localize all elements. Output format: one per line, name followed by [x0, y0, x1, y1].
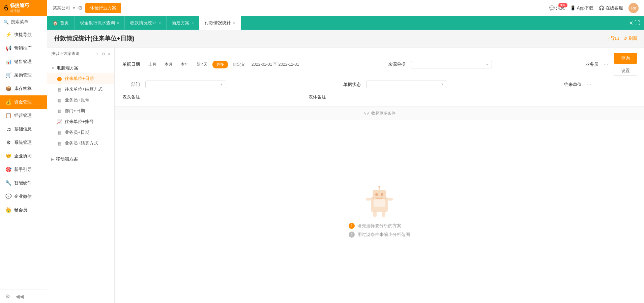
tab-close-all-icon[interactable]: ✕ [629, 20, 633, 26]
svg-point-3 [381, 193, 383, 196]
date-filter-buttons: 上月 本月 本年 近7天 更多 自定义 2022-01-01 至 2022-12… [145, 60, 299, 69]
scheme-bar-icon: ▦ [57, 97, 62, 103]
scheme-item-partner-settle[interactable]: ▦ 往来单位+结算方式 [47, 84, 114, 95]
sidebar-item-sales[interactable]: 📊 销售管理 [0, 55, 47, 68]
status-select[interactable]: ▾ [366, 81, 447, 88]
scheme-item-staff-settle[interactable]: ▦ 业务员+结算方式 [47, 138, 114, 149]
date-filter-label: 单据日期 [121, 61, 140, 67]
sidebar-item-capital[interactable]: 💰 资金管理 [0, 95, 47, 109]
scheme-label: 往来单位+日期 [65, 75, 94, 82]
left-panel: 按以下方案查询 ＋ ⊙ « ▼ 电脑端方案 ⬤ 往来单位+日期 ▦ [47, 48, 115, 303]
body-note-input[interactable] [331, 93, 419, 101]
tab-receipt-stats[interactable]: 收款情况统计 × [125, 16, 166, 30]
footer-collapse-icon[interactable]: ◀◀ [16, 293, 24, 300]
step1-num: 1 [349, 223, 355, 229]
sidebar-item-inventory[interactable]: 📦 库存核算 [0, 82, 47, 95]
topbar-gear-icon[interactable]: ⚙ [78, 5, 83, 11]
add-scheme-icon[interactable]: ＋ [95, 51, 99, 57]
tabbar-actions: ✕ ⛶ [625, 16, 644, 30]
sidebar: 6 畅捷通巧 标准版 🔍 搜索菜单 ⚡ 快捷导航 📢 营销推广 📊 销售管理 🛒… [0, 0, 47, 303]
desktop-group-title[interactable]: ▼ 电脑端方案 [47, 63, 114, 73]
empty-step2: 2 用过滤条件来缩小分析范围 [349, 232, 410, 238]
partner-filter-dots[interactable]: ··· [587, 82, 591, 88]
topbar-left: 某某公司 ▾ ⚙ 体验行业方案 [53, 3, 546, 13]
tab-close-icon[interactable]: × [158, 21, 160, 25]
sidebar-item-label: 快捷导航 [14, 32, 32, 38]
staff-filter-dots[interactable]: ··· [604, 61, 608, 67]
sidebar-item-hardware[interactable]: 🔧 智能硬件 [0, 176, 47, 190]
app-download-btn[interactable]: 📱 App下载 [570, 5, 593, 11]
scheme-item-dept-date[interactable]: ▦ 部门+日期 [47, 105, 114, 116]
query-btn[interactable]: 查询 [614, 53, 637, 64]
capital-icon: 💰 [5, 99, 11, 105]
mobile-scheme-group: ▶ 移动端方案 [47, 151, 114, 167]
scheme-item-staff-date[interactable]: ▦ 业务员+日期 [47, 127, 114, 138]
this-year-btn[interactable]: 本年 [178, 60, 192, 69]
sidebar-footer: ⚙ ◀◀ [0, 290, 47, 303]
tab-cash-flow[interactable]: 现金银行流水查询 × [75, 16, 125, 30]
more-btn[interactable]: 更多 [212, 61, 228, 68]
group-label: 电脑端方案 [57, 65, 79, 71]
sidebar-item-wechat[interactable]: 💬 企业微信 [0, 190, 47, 203]
sidebar-item-basics[interactable]: 🗂 基础信息 [0, 122, 47, 136]
dept-dropdown-icon: ▾ [221, 82, 223, 87]
sidebar-item-operations[interactable]: 📋 经营管理 [0, 109, 47, 122]
tab-fullscreen-icon[interactable]: ⛶ [635, 20, 640, 26]
svg-rect-9 [387, 198, 393, 201]
group-arrow-icon: ▶ [51, 157, 54, 161]
export-btn[interactable]: ↑ 导出 [607, 35, 620, 41]
sidebar-item-marketing[interactable]: 📢 营销推广 [0, 41, 47, 55]
step1-text: 请先选择要分析的方案 [357, 223, 401, 229]
vip-icon: 👑 [5, 207, 11, 213]
step2-text: 用过滤条件来缩小分析范围 [357, 232, 410, 238]
tab-close-icon[interactable]: × [192, 21, 194, 25]
scheme-bar-icon: ▦ [57, 108, 62, 114]
tab-close-icon[interactable]: × [117, 21, 119, 25]
custom-btn[interactable]: 自定义 [230, 60, 248, 69]
scheme-item-partner-account[interactable]: 📈 往来单位+账号 [47, 116, 114, 127]
sidebar-item-system[interactable]: ⚙ 系统管理 [0, 136, 47, 149]
tab-close-icon[interactable]: × [233, 21, 235, 25]
header-note-input[interactable] [145, 93, 233, 101]
company-dropdown-icon[interactable]: ▾ [73, 5, 75, 10]
tab-new-scheme[interactable]: 新建方案 × [167, 16, 199, 30]
main-area: 某某公司 ▾ ⚙ 体验行业方案 💬 消息 99+ 📱 App下载 🎧 在线客服 … [47, 0, 644, 303]
last-7days-btn[interactable]: 近7天 [194, 60, 210, 69]
tab-home[interactable]: 🏠 首页 [47, 16, 75, 30]
mobile-group-title[interactable]: ▶ 移动端方案 [47, 154, 114, 164]
refresh-btn[interactable]: ↺ 刷新 [623, 35, 637, 41]
settings-btn[interactable]: 设置 [614, 66, 637, 76]
shortcut-icon: ⚡ [5, 32, 11, 38]
collapse-panel-icon[interactable]: « [108, 52, 110, 56]
sidebar-item-vip[interactable]: 👑 畅会员 [0, 203, 47, 217]
message-btn[interactable]: 💬 消息 99+ [549, 5, 565, 11]
trial-btn[interactable]: 体验行业方案 [85, 3, 121, 13]
scheme-item-partner-date[interactable]: ⬤ 往来单位+日期 [47, 73, 114, 84]
settings-scheme-icon[interactable]: ⊙ [102, 52, 105, 56]
system-icon: ⚙ [5, 140, 11, 146]
sidebar-item-enterprise[interactable]: 🤝 企业协同 [0, 149, 47, 163]
search-icon: 🔍 [3, 20, 9, 25]
service-btn[interactable]: 🎧 在线客服 [599, 5, 623, 11]
left-panel-header-icons: ＋ ⊙ « [95, 51, 110, 57]
tab-label: 新建方案 [172, 20, 189, 26]
collapse-more-btn[interactable]: ∧∧ 收起更多条件 [115, 107, 644, 120]
footer-settings-icon[interactable]: ⚙ [5, 293, 10, 300]
message-badge: 99+ [558, 3, 567, 7]
sidebar-item-guide[interactable]: 🎯 新手引导 [0, 163, 47, 176]
service-label: 在线客服 [606, 5, 623, 11]
sidebar-item-shortcut[interactable]: ⚡ 快捷导航 [0, 28, 47, 41]
sidebar-item-purchase[interactable]: 🛒 采购管理 [0, 68, 47, 82]
last-month-btn[interactable]: 上月 [145, 60, 159, 69]
user-avatar[interactable]: Rit [628, 3, 639, 13]
purchase-icon: 🛒 [5, 72, 11, 78]
this-month-btn[interactable]: 本月 [162, 60, 176, 69]
svg-rect-10 [374, 199, 385, 207]
page-title: 付款情况统计(往来单位+日期) [54, 34, 135, 42]
source-select[interactable]: ▾ [411, 61, 492, 68]
sidebar-search[interactable]: 🔍 搜索菜单 [0, 16, 47, 28]
dept-select[interactable]: ▾ [145, 81, 226, 88]
scheme-item-staff-account[interactable]: ▦ 业务员+账号 [47, 95, 114, 105]
guide-icon: 🎯 [5, 166, 11, 173]
tab-payment-stats[interactable]: 付款情况统计 × [199, 16, 241, 30]
